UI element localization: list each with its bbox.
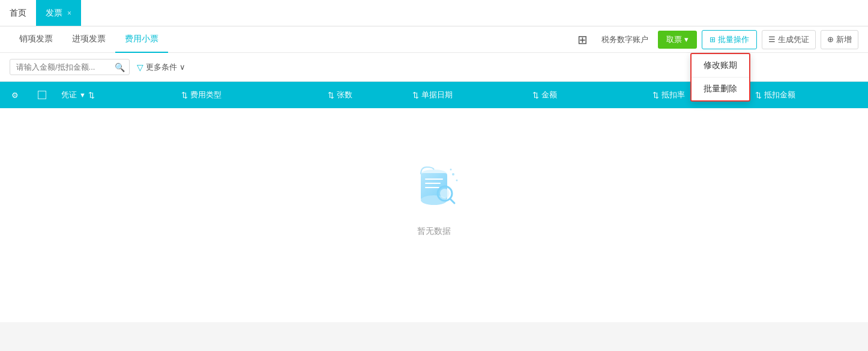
tab-expense[interactable]: 费用小票 — [115, 27, 168, 53]
th-deduct-rate-label: 抵扣率 — [662, 90, 685, 100]
th-amount: ⇅ 金额 — [525, 90, 645, 100]
generate-voucher-label: 生成凭证 — [778, 34, 809, 45]
qr-icon-button[interactable]: ⊞ — [573, 30, 592, 49]
th-settings[interactable]: ⚙ — [0, 91, 30, 100]
nav-tab-invoice[interactable]: 发票 × — [36, 0, 81, 26]
tax-account-button[interactable]: 税务数字账户 — [597, 34, 653, 45]
nav-tab-close[interactable]: × — [67, 9, 71, 17]
tab-input[interactable]: 进项发票 — [62, 27, 115, 53]
th-voucher-filter-icon[interactable]: ▼ — [79, 91, 86, 99]
tab-sales[interactable]: 销项发票 — [10, 27, 62, 53]
svg-point-9 — [452, 173, 454, 176]
main-content: ⚙ 凭证 ▼ ⇅ ⇅ 费用类型 ⇅ 张数 ⇅ 单据日期 ⇅ 金额 ⇅ 抵扣率 — [0, 82, 868, 322]
nav-tab-label: 发票 — [46, 8, 62, 19]
th-deduct-rate-sort-icon[interactable]: ⇅ — [653, 91, 659, 100]
th-voucher-sort-icon[interactable]: ⇅ — [88, 91, 95, 100]
dropdown-item-modify-period[interactable]: 修改账期 — [692, 54, 749, 77]
th-expense-type-label: 费用类型 — [190, 90, 222, 100]
more-filter-button[interactable]: ▽ 更多条件 ∨ — [137, 62, 185, 73]
th-deduct-amount-sort-icon[interactable]: ⇅ — [755, 91, 762, 100]
new-label: 新增 — [836, 34, 852, 45]
empty-state: 暂无数据 — [0, 108, 868, 261]
th-checkbox[interactable] — [30, 91, 54, 99]
th-doc-date-label: 单据日期 — [421, 90, 453, 100]
batch-operation-dropdown: 修改账期 批量删除 — [690, 53, 750, 102]
th-doc-date: ⇅ 单据日期 — [405, 90, 525, 100]
filter-icon: ▽ — [137, 63, 143, 72]
sub-tabs-bar: 销项发票 进项发票 费用小票 ⊞ 税务数字账户 取票 ▾ ⊞ 批量操作 ☰ 生成… — [0, 26, 868, 53]
take-ticket-arrow: ▾ — [684, 35, 689, 44]
batch-op-label: 批量操作 — [718, 34, 749, 45]
th-amount-label: 金额 — [541, 90, 557, 100]
generate-voucher-button[interactable]: ☰ 生成凭证 — [762, 30, 816, 49]
take-ticket-label: 取票 — [666, 34, 682, 45]
search-icon[interactable]: 🔍 — [115, 63, 125, 72]
th-count-sort-icon[interactable]: ⇅ — [328, 91, 334, 100]
more-filter-label: 更多条件 — [146, 62, 177, 73]
th-expense-type: ⇅ 费用类型 — [174, 90, 321, 100]
th-doc-date-sort-icon[interactable]: ⇅ — [412, 91, 419, 100]
settings-icon[interactable]: ⚙ — [11, 91, 19, 100]
th-voucher: 凭证 ▼ ⇅ — [54, 90, 174, 100]
svg-point-11 — [450, 169, 452, 171]
toolbar-right: ⊞ 税务数字账户 取票 ▾ ⊞ 批量操作 ☰ 生成凭证 ⊕ 新增 — [573, 30, 858, 49]
filter-arrow-icon: ∨ — [179, 63, 185, 72]
th-amount-sort-icon[interactable]: ⇅ — [532, 91, 539, 100]
new-icon: ⊕ — [827, 35, 834, 44]
top-nav: 首页 发票 × — [0, 0, 868, 26]
empty-state-text: 暂无数据 — [417, 226, 451, 237]
dropdown-item-batch-delete[interactable]: 批量删除 — [692, 77, 749, 100]
svg-point-7 — [440, 189, 450, 198]
new-button[interactable]: ⊕ 新增 — [821, 30, 858, 49]
th-count-label: 张数 — [337, 90, 352, 100]
batch-operation-button[interactable]: ⊞ 批量操作 — [702, 30, 757, 49]
search-wrap: 🔍 — [10, 59, 130, 75]
svg-point-10 — [456, 180, 458, 182]
nav-home[interactable]: 首页 — [0, 0, 36, 26]
empty-state-icon — [404, 156, 464, 216]
generate-voucher-icon: ☰ — [768, 35, 776, 44]
th-count: ⇅ 张数 — [321, 90, 405, 100]
th-expense-type-sort-icon[interactable]: ⇅ — [181, 91, 188, 100]
select-all-checkbox[interactable] — [38, 91, 46, 99]
th-deduct-amount: ⇅ 抵扣金额 — [748, 90, 868, 100]
batch-op-icon: ⊞ — [710, 35, 716, 44]
take-ticket-button[interactable]: 取票 ▾ — [658, 31, 697, 49]
th-deduct-amount-label: 抵扣金额 — [764, 90, 795, 100]
th-voucher-label: 凭证 — [61, 90, 77, 100]
svg-line-8 — [450, 199, 454, 203]
search-input[interactable] — [10, 59, 130, 75]
